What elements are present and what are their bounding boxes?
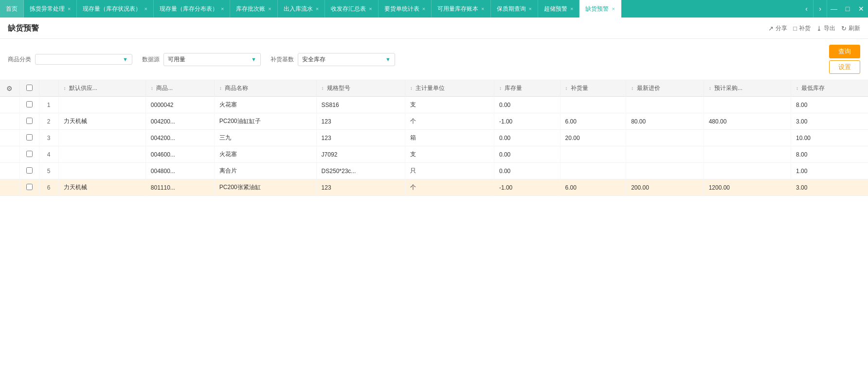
th-code[interactable]: 商品... [145,80,214,97]
row-min-stock: 1.00 [791,163,868,179]
row-name: 三九 [214,130,316,146]
row-replenish [560,163,626,179]
row-spec: J7092 [316,146,405,163]
page-content: 缺货预警 ↗ 分享 □ 补货 ⤓ 导出 ↻ 刷新 商品分类 [0,18,868,387]
row-checkbox[interactable] [26,167,33,174]
row-stock: 0.00 [494,97,560,113]
query-button[interactable]: 查询 [829,45,860,58]
row-latest-price [626,146,704,163]
row-checkbox[interactable] [26,151,33,157]
th-latest-price[interactable]: 最新进价 [626,80,704,97]
tab-exception[interactable]: 拣货异常处理 × [24,0,77,18]
row-name: 火花塞 [214,97,316,113]
tab-demand[interactable]: 要货单统计表 × [379,0,432,18]
tab-prev-btn[interactable]: ‹ [800,0,814,18]
tab-bar: 首页 拣货异常处理 × 现存量（库存状况表） × 现存量（库存分布表） × 库存… [0,0,868,18]
replenish-base-value: 安全库存 [302,55,326,64]
settings-button[interactable]: 设置 [829,60,860,74]
table-row: 6 力天机械 801110... PC200张紧油缸 123 个 -1.00 6… [0,179,868,196]
tab-stock-status[interactable]: 现存量（库存状况表） × [77,0,153,18]
tab-available[interactable]: 可用量库存账本 × [432,0,490,18]
row-stock: 0.00 [494,163,560,179]
th-replenish[interactable]: 补货量 [560,80,626,97]
tab-collect[interactable]: 收发存汇总表 × [325,0,378,18]
gear-settings-icon[interactable]: ⚙ [6,85,13,92]
table-row: 3 004200... 三九 123 箱 0.00 20.00 10.00 [0,130,868,146]
datasource-label: 数据源 [142,55,160,64]
row-checkbox-cell[interactable] [19,130,39,146]
tab-available-close[interactable]: × [481,6,484,12]
th-unit[interactable]: 主计量单位 [405,80,494,97]
row-supplier: 力天机械 [58,113,145,130]
table-row: 5 004800... 离合片 DS250*23c... 只 0.00 1.00 [0,163,868,179]
row-checkbox-cell[interactable] [19,146,39,163]
row-unit: 箱 [405,130,494,146]
category-label: 商品分类 [8,55,31,64]
th-spec[interactable]: 规格型号 [316,80,405,97]
row-number: 4 [39,146,58,163]
row-code: 004800... [145,163,214,179]
window-min-btn[interactable]: — [827,0,841,18]
row-code: 801110... [145,179,214,196]
th-stock[interactable]: 库存量 [494,80,560,97]
row-checkbox-cell[interactable] [19,163,39,179]
tab-collect-close[interactable]: × [369,6,372,12]
export-btn[interactable]: ⤓ 导出 [816,24,835,33]
th-estimated-purchase[interactable]: 预计采购... [704,80,791,97]
category-select[interactable]: ▼ [35,54,132,65]
th-min-stock[interactable]: 最低库存 [791,80,868,97]
row-checkbox[interactable] [26,134,33,141]
row-checkbox[interactable] [26,118,33,124]
tab-shortage-close[interactable]: × [612,6,615,12]
row-replenish: 20.00 [560,130,626,146]
row-min-stock: 10.00 [791,130,868,146]
row-checkbox[interactable] [26,184,33,190]
datasource-select[interactable]: 可用量 ▼ [163,53,261,66]
tab-next-btn[interactable]: › [814,0,827,18]
tab-batch-close[interactable]: × [268,6,271,12]
refresh-btn[interactable]: ↻ 刷新 [841,24,860,33]
share-btn[interactable]: ↗ 分享 [768,24,787,33]
row-checkbox-cell[interactable] [19,113,39,130]
window-restore-btn[interactable]: □ [841,0,854,18]
row-checkbox[interactable] [26,101,33,107]
row-supplier [58,146,145,163]
th-gear[interactable]: ⚙ [0,80,19,97]
row-spec: 123 [316,179,405,196]
th-supplier[interactable]: 默认供应... [58,80,145,97]
row-checkbox-cell[interactable] [19,97,39,113]
tab-expiry[interactable]: 保质期查询 × [491,0,538,18]
row-code: 004200... [145,113,214,130]
row-gear-cell [0,163,19,179]
tab-inout[interactable]: 出入库流水 × [278,0,325,18]
row-checkbox-cell[interactable] [19,179,39,196]
row-number: 3 [39,130,58,146]
tab-expiry-close[interactable]: × [529,6,532,12]
tab-overstock[interactable]: 超储预警 × [538,0,579,18]
row-gear-cell [0,130,19,146]
row-estimated-purchase [704,130,791,146]
select-all-checkbox[interactable] [26,85,33,91]
row-estimated-purchase: 1200.00 [704,179,791,196]
tab-stock-dist-close[interactable]: × [221,6,224,12]
tab-exception-close[interactable]: × [68,6,71,12]
row-code: 0000042 [145,97,214,113]
tab-stock-status-close[interactable]: × [144,6,147,12]
replenish-btn[interactable]: □ 补货 [793,24,811,33]
table-body: 1 0000042 火花塞 SS816 支 0.00 8.00 2 力天机械 0… [0,97,868,196]
row-unit: 个 [405,179,494,196]
tab-home[interactable]: 首页 [0,0,24,18]
tab-demand-close[interactable]: × [422,6,425,12]
row-replenish [560,97,626,113]
row-gear-cell [0,146,19,163]
tab-inout-close[interactable]: × [316,6,319,12]
row-stock: 0.00 [494,146,560,163]
window-close-btn[interactable]: ✕ [854,0,868,18]
tab-overstock-close[interactable]: × [570,6,573,12]
replenish-base-select[interactable]: 安全库存 ▼ [298,53,395,66]
tab-stock-dist[interactable]: 现存量（库存分布表） × [154,0,230,18]
header-actions: ↗ 分享 □ 补货 ⤓ 导出 ↻ 刷新 [768,24,860,33]
tab-batch[interactable]: 库存批次账 × [230,0,277,18]
th-name[interactable]: 商品名称 [214,80,316,97]
tab-shortage[interactable]: 缺货预警 × [579,0,621,18]
